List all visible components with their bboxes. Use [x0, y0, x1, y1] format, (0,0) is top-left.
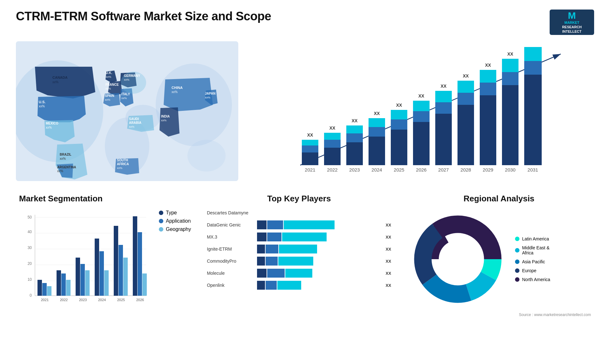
svg-rect-49: [346, 142, 363, 165]
svg-rect-125: [119, 245, 123, 296]
svg-rect-69: [458, 105, 474, 165]
svg-rect-122: [104, 270, 109, 296]
svg-rect-73: [480, 95, 496, 165]
svg-rect-117: [80, 264, 85, 296]
bar-seg3-commodity: [278, 257, 313, 266]
svg-text:U.S.: U.S.: [39, 100, 45, 104]
bar-seg3-mx3: [282, 233, 327, 241]
svg-rect-121: [99, 251, 104, 296]
svg-rect-65: [435, 114, 452, 165]
svg-rect-78: [502, 72, 518, 85]
svg-text:SOUTH: SOUTH: [117, 158, 128, 162]
svg-rect-59: [391, 110, 407, 119]
mea-dot: [515, 248, 519, 253]
svg-rect-51: [346, 125, 363, 133]
bar-seg3-datagenic: [284, 220, 335, 229]
svg-rect-83: [524, 47, 542, 61]
bar-seg1-commodity: [257, 257, 265, 266]
logo-letter: M: [568, 11, 576, 20]
regional-donut-chart: [407, 208, 509, 310]
source-text: Source : www.marketresearchintellect.com: [407, 313, 591, 317]
bar-seg1-ignite: [257, 245, 265, 253]
svg-text:SAUDI: SAUDI: [129, 117, 139, 121]
svg-text:XX: XX: [307, 132, 313, 138]
bar-seg2-molecule: [267, 269, 285, 278]
svg-text:xx%: xx%: [57, 169, 63, 173]
player-row-molecule: Molecule XX: [207, 269, 391, 278]
svg-text:2025: 2025: [117, 298, 125, 302]
regional-title: Regional Analysis: [407, 194, 591, 204]
segmentation-legend: Type Application Geography: [159, 210, 191, 232]
bar-seg3-openlink: [277, 281, 301, 290]
svg-text:2026: 2026: [136, 298, 144, 302]
svg-text:SPAIN: SPAIN: [105, 94, 114, 98]
svg-text:10: 10: [28, 277, 32, 282]
player-row-commodity: CommodityPro XX: [207, 257, 391, 266]
player-bar-openlink: [257, 281, 382, 290]
player-name-molecule: Molecule: [207, 271, 254, 276]
player-name-openlink: Openlink: [207, 283, 254, 288]
svg-text:30: 30: [28, 246, 32, 250]
svg-rect-113: [61, 273, 66, 296]
logo-box: M MARKET RESEARCH INTELLECT: [550, 10, 594, 35]
svg-text:2021: 2021: [41, 298, 49, 302]
svg-rect-81: [524, 75, 542, 165]
bar-seg3-ignite: [279, 245, 317, 253]
player-bar-ignite: [257, 245, 382, 253]
svg-rect-58: [391, 119, 407, 130]
svg-text:U.K.: U.K.: [106, 71, 112, 75]
bar-seg2-mx3: [267, 233, 281, 241]
player-xx-molecule: XX: [386, 271, 391, 276]
svg-rect-63: [413, 101, 430, 111]
svg-text:2028: 2028: [460, 167, 471, 172]
svg-text:xx%: xx%: [46, 126, 52, 129]
svg-rect-67: [435, 91, 452, 102]
geography-label: Geography: [166, 226, 191, 232]
top-players-title: Top Key Players: [207, 194, 391, 204]
europe-dot: [515, 268, 519, 273]
svg-text:XX: XX: [507, 51, 513, 57]
geography-dot: [159, 227, 163, 232]
svg-rect-57: [391, 130, 407, 165]
na-label: North America: [522, 277, 550, 282]
svg-text:20: 20: [28, 261, 32, 266]
svg-text:2027: 2027: [438, 167, 449, 172]
bar-seg1-datagenic: [257, 220, 267, 229]
svg-rect-116: [76, 258, 80, 296]
svg-rect-118: [85, 270, 90, 296]
svg-rect-47: [324, 133, 341, 140]
svg-text:XX: XX: [441, 84, 447, 89]
latin-dot: [515, 237, 519, 241]
svg-rect-61: [413, 122, 430, 165]
player-xx-openlink: XX: [386, 283, 391, 288]
bar-seg2-openlink: [266, 281, 277, 290]
player-xx-ignite: XX: [386, 247, 391, 252]
svg-text:CANADA: CANADA: [52, 76, 68, 79]
reg-legend-europe: Europe: [515, 268, 550, 273]
player-row-descartes: Descartes Datamyne: [207, 208, 391, 217]
player-bar-commodity: [257, 257, 382, 266]
player-name-mx3: MX.3: [207, 234, 254, 239]
svg-text:ARABIA: ARABIA: [129, 121, 141, 125]
svg-text:xx%: xx%: [161, 119, 166, 122]
svg-text:INDIA: INDIA: [161, 115, 170, 118]
svg-rect-41: [302, 152, 318, 165]
apac-dot: [515, 260, 519, 264]
na-dot: [515, 277, 519, 282]
type-label: Type: [166, 210, 177, 216]
player-name-ignite: Ignite-ETRM: [207, 246, 254, 252]
regional-chart-area: Latin America Middle East &Africa Asia P…: [407, 208, 591, 310]
application-dot: [159, 219, 163, 223]
player-row-datagenic: DataGenic Genic XX: [207, 220, 391, 229]
svg-text:XX: XX: [352, 118, 358, 123]
svg-rect-130: [142, 273, 147, 296]
svg-point-137: [439, 240, 477, 278]
bar-seg3-molecule: [285, 269, 312, 278]
player-name-descartes: Descartes Datamyne: [207, 210, 254, 215]
reg-legend-mea: Middle East &Africa: [515, 245, 550, 255]
svg-text:JAPAN: JAPAN: [205, 92, 215, 95]
reg-legend-na: North America: [515, 277, 550, 282]
growth-bar-chart: XX XX XX XX XX: [257, 44, 591, 178]
svg-point-6: [187, 140, 226, 172]
map-container: CANADA xx% U.S. xx% MEXICO xx% BRAZIL xx…: [16, 41, 238, 181]
